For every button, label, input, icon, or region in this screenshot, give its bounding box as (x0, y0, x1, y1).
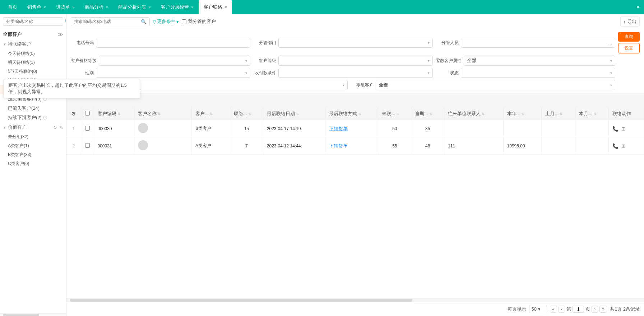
dept-select[interactable]: ▾ (278, 38, 433, 48)
nav-analysis-list[interactable]: 商品分析列表 × (113, 0, 156, 14)
sort-overdue-icon[interactable]: ⇅ (429, 112, 432, 116)
sort-code-icon[interactable]: ⇅ (117, 112, 120, 116)
row1-action: 📞 ⊞ (609, 120, 644, 137)
last-page-btn[interactable]: » (599, 306, 607, 313)
sidebar-item-class-a[interactable]: A类客户(1) (0, 141, 66, 150)
close-analysis-tab[interactable]: × (106, 5, 108, 10)
row2-checkbox[interactable] (85, 143, 90, 148)
sidebar-item-unsorted[interactable]: 未分组(32) (0, 132, 66, 141)
payment-chevron: ▾ (428, 71, 430, 75)
nav-purchase[interactable]: 进货单 × (51, 0, 80, 14)
main-search-icon[interactable]: 🔍 (141, 19, 147, 24)
page-num-input[interactable] (573, 306, 584, 313)
sort-way-icon[interactable]: ⇅ (358, 112, 361, 116)
row1-date: 2023-04-17 14:19: (263, 120, 325, 137)
sidebar-search-input[interactable] (3, 17, 63, 26)
my-customer-label: 我分管的客户 (188, 18, 216, 25)
filter-more-btn[interactable]: ▽ 更多条件 ▾ (153, 18, 179, 25)
customer-level-select[interactable]: ▾ (278, 56, 433, 66)
query-button[interactable]: 查询 (618, 32, 640, 42)
retail-attr-select[interactable]: 全部 ▾ (464, 56, 615, 66)
col-header-last-month: 上月... ⇅ (542, 108, 575, 120)
sort-year-icon[interactable]: ⇅ (521, 112, 524, 116)
settings-button[interactable]: 设置 (618, 43, 640, 53)
nav-customer-tier[interactable]: 客户分层经营 × (156, 0, 199, 14)
main-search-input[interactable] (74, 19, 141, 24)
row1-way-link[interactable]: 下销货单 (329, 126, 348, 131)
row2-unreached: 55 (378, 137, 411, 155)
next-page-btn[interactable]: › (592, 306, 598, 313)
filter-row-3: 性别 ▾ 收付款条件 ▾ 状态 (71, 68, 640, 78)
status-select[interactable]: ▾ (461, 68, 615, 78)
sort-unreached-icon[interactable]: ⇅ (396, 112, 399, 116)
per-page-label: 每页显示 (508, 306, 526, 312)
sidebar-item-declining[interactable]: 持续下滑客户(2) ⓘ (0, 113, 66, 122)
phone-input[interactable] (96, 38, 250, 48)
row2-grid-icon[interactable]: ⊞ (621, 143, 626, 149)
my-customer-checkbox[interactable] (182, 19, 186, 24)
nav-sales[interactable]: 销售单 × (22, 0, 51, 14)
retail-customer-value: 全部 (379, 82, 388, 88)
close-purchase-tab[interactable]: × (72, 5, 75, 10)
sort-name-icon[interactable]: ⇅ (158, 112, 161, 116)
sidebar-search-area: 🔍 (0, 14, 66, 28)
sidebar-item-lost[interactable]: 已流失客户(24) (0, 104, 66, 113)
price-level-select[interactable]: ▾ (99, 56, 250, 66)
row2-way-link[interactable]: 下销货单 (329, 143, 348, 148)
table-settings-icon[interactable]: ⚙ (71, 111, 76, 117)
payment-select[interactable]: ▾ (278, 68, 433, 78)
sort-lm-icon[interactable]: ⇅ (560, 112, 562, 116)
col-unreached-label: 未联... (382, 110, 395, 117)
horizontal-scrollbar[interactable] (66, 298, 644, 302)
sort-date-icon[interactable]: ⇅ (296, 112, 299, 116)
sidebar-item-class-b[interactable]: B类客户(33) (0, 150, 66, 159)
first-page-btn[interactable]: « (550, 306, 557, 313)
pagination-bar: 每页显示 50 ▾ « ‹ 第 页 › » 共1页 2条记录 (66, 302, 644, 316)
col-header-action: 联络动作 (609, 108, 644, 120)
sort-type-icon[interactable]: ⇅ (210, 112, 213, 116)
ctype-select[interactable]: ▾ (108, 80, 348, 90)
sidebar-item-week[interactable]: 近7天待联络(0) (0, 67, 66, 76)
close-all-tabs[interactable]: × (636, 4, 640, 10)
my-customer-filter: 我分管的客户 (182, 18, 216, 25)
row1-contact: 15 (230, 120, 263, 137)
row1-checkbox[interactable] (85, 126, 90, 131)
sort-contact-icon[interactable]: ⇅ (248, 112, 251, 116)
close-analysis-list-tab[interactable]: × (148, 5, 151, 10)
scroll-thumb[interactable] (70, 299, 412, 302)
filter-action-btns: 查询 设置 (618, 32, 640, 53)
person-select[interactable]: ... (461, 38, 615, 48)
close-customer-tier-tab[interactable]: × (191, 5, 194, 10)
prev-page-btn[interactable]: ‹ (559, 306, 565, 313)
refresh-icon[interactable]: ↻ (53, 125, 57, 130)
export-button[interactable]: ↑ 导出 (620, 16, 640, 27)
sort-cp-icon[interactable]: ⇅ (482, 112, 485, 116)
filter-cell-status: 状态 ▾ (436, 68, 615, 78)
sort-tm-icon[interactable]: ⇅ (593, 112, 596, 116)
select-all-checkbox[interactable] (85, 111, 90, 115)
sidebar-item-tomorrow[interactable]: 明天待联络(1) (0, 58, 66, 67)
sidebar-scroll-thumb[interactable] (3, 314, 39, 316)
per-page-select[interactable]: 50 ▾ (529, 305, 547, 313)
nav-analysis[interactable]: 商品分析 × (80, 0, 113, 14)
close-customer-contact-tab[interactable]: × (224, 5, 227, 10)
row1-phone-icon[interactable]: 📞 (612, 126, 618, 132)
sidebar-scroll-bar[interactable] (0, 313, 66, 316)
table-area[interactable]: ⚙ 客户编码 ⇅ (66, 108, 644, 298)
close-sales-tab[interactable]: × (43, 5, 46, 10)
sidebar-item-class-c[interactable]: C类客户(6) (0, 159, 66, 168)
retail-customer-select[interactable]: 全部 ▾ (376, 80, 615, 90)
tree-group-value-title[interactable]: ▼ 价值客户 ↻ ✎ (0, 122, 66, 132)
per-page-value: 50 (532, 306, 537, 312)
status-label: 状态 (436, 70, 459, 76)
row2-phone-icon[interactable]: 📞 (612, 143, 618, 149)
sidebar-collapse-btn[interactable]: ≫ (58, 32, 63, 37)
row1-grid-icon[interactable]: ⊞ (621, 126, 626, 132)
col-header-check (81, 108, 94, 120)
nav-customer-contact[interactable]: 客户联络 × (199, 0, 232, 14)
nav-home[interactable]: 首页 (3, 0, 22, 14)
edit-icon[interactable]: ✎ (59, 125, 63, 130)
sidebar-item-today[interactable]: 今天待联络(0) (0, 49, 66, 58)
gender-select[interactable]: ▾ (96, 68, 250, 78)
tree-group-pending-title[interactable]: ▼ 待联络客户 (0, 39, 66, 49)
